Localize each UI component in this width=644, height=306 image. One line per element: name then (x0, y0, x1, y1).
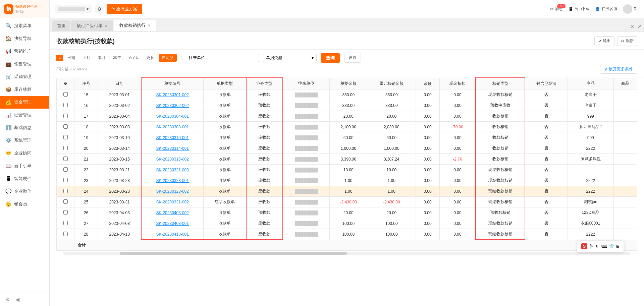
filter-toggle-button[interactable]: » (56, 55, 63, 61)
th-product2: 商品 (613, 78, 637, 89)
sidebar-item-quicknav[interactable]: 🏠 快捷导航 (0, 32, 49, 45)
sidebar-item-guide[interactable]: 📖 新手引导 (0, 160, 49, 172)
cell-checkbox[interactable] (57, 218, 74, 229)
tab-prepay[interactable]: 预付冲应付单 ✕ (71, 20, 113, 31)
sidebar-item-member[interactable]: 👑 畅会员 (0, 198, 49, 210)
prepay-tab-close-icon[interactable]: ✕ (105, 24, 108, 28)
sidebar-item-operation[interactable]: 📊 经营管理 (0, 109, 49, 121)
cell-checkbox[interactable] (57, 229, 74, 240)
cell-checkbox[interactable] (57, 175, 74, 186)
notification-badge: 99+ (557, 4, 566, 8)
cell-checkbox[interactable] (57, 186, 74, 197)
tab-close-all-icon[interactable]: ✕ (630, 23, 634, 30)
date-btn-custom[interactable]: 自定义 (159, 54, 177, 62)
sidebar-item-inventory[interactable]: 📦 库存核算 (0, 83, 49, 96)
cell-total-cancel: 100.00 (367, 218, 416, 229)
gear-button[interactable]: ⚙ (95, 4, 104, 14)
query-button[interactable]: 查询 (321, 53, 340, 63)
sidebar-item-search[interactable]: 🔍 搜索菜单 (0, 19, 49, 32)
table-row: 18 2023-03-08 SK-20230308-001 收款单 应收款 ██… (57, 122, 637, 132)
sidebar-item-enterprise[interactable]: 🤝 企业协同 (0, 147, 49, 160)
float-widget-mic-icon[interactable]: 🎙 (595, 244, 599, 249)
sidebar-item-hardware[interactable]: 📱 智能硬件 (0, 172, 49, 185)
hardware-icon: 📱 (5, 176, 11, 182)
date-btn-7days[interactable]: 近7天 (125, 54, 142, 62)
sidebar-item-wechat[interactable]: 💬 企业微信 (0, 185, 49, 198)
doc-no-link[interactable]: SK-20230331-002 (156, 200, 189, 204)
tab-home[interactable]: 首页 (52, 20, 70, 31)
tab-collection[interactable]: 收款核销执行 ✕ (114, 20, 156, 31)
doc-type-filter[interactable]: 单据类型 ▾ (263, 54, 317, 62)
cell-no: 22 (74, 165, 98, 175)
online-support-item[interactable]: 👤 在线客服 (595, 6, 618, 12)
float-widget-keyboard-icon[interactable]: ⌨ (601, 244, 607, 249)
float-widget-shirt-icon[interactable]: 👕 (609, 244, 614, 249)
doc-no-link[interactable]: SK-20230314-001 (156, 146, 189, 151)
cell-checkbox[interactable] (57, 197, 74, 207)
export-label: 导出 (603, 38, 611, 44)
sidebar-settings-icon[interactable]: ⚙ (5, 296, 10, 303)
doc-no-link[interactable]: SK-20230328-001 (156, 178, 189, 183)
cell-cash-discount: 0.00 (439, 89, 476, 100)
date-btn-this-month[interactable]: 本月 (95, 54, 109, 62)
th-settings[interactable]: ⚙ (57, 78, 74, 89)
partner-filter-group[interactable]: 往来单位 ... (186, 54, 259, 62)
table-header-row: ⚙ 序号 日期 单据编号 单据类型 业务类型 往来单位 单据金额 累计核销金额 … (57, 78, 637, 89)
cell-cash-discount: 0.00 (439, 229, 476, 240)
cell-checkbox[interactable] (57, 207, 74, 218)
doc-no-link[interactable]: SK-20230315-002 (156, 157, 189, 162)
cell-partner: ████████ (283, 143, 330, 154)
sidebar-item-system[interactable]: ⚙️ 系统管理 (0, 134, 49, 147)
sidebar-item-marketing[interactable]: 📢 营销推广 (0, 45, 49, 58)
th-date: 日期 (98, 78, 141, 89)
doc-no-link[interactable]: SK-20230328-002 (156, 189, 189, 194)
sidebar-label-system: 系统管理 (14, 137, 32, 143)
horizontal-scrollbar[interactable] (63, 252, 631, 255)
sidebar-item-basic[interactable]: ℹ️ 基础信息 (0, 121, 49, 134)
cell-checkbox[interactable] (57, 89, 74, 100)
sidebar-item-sales[interactable]: 💼 销售管理 (0, 58, 49, 70)
notification-item[interactable]: ✉ 消息 99+ (550, 6, 563, 12)
doc-no-link[interactable]: SK-20230308-001 (156, 125, 189, 129)
doc-no-link[interactable]: SK-20230301-002 (156, 93, 189, 97)
date-btn-last-month[interactable]: 上月 (79, 54, 93, 62)
table-row: 24 2023-03-28 SK-20230328-002 收款单 应收款 ██… (57, 186, 637, 197)
tab-expand-icon[interactable]: ⤢ (637, 23, 641, 30)
nav-dropdown[interactable]: ▾ (55, 5, 92, 13)
float-widget-grid-icon[interactable]: ⊞ (616, 244, 620, 249)
cell-checkbox[interactable] (57, 165, 74, 175)
table-row: 15 2023-03-01 SK-20230301-002 收款单 应收款 ██… (57, 89, 637, 100)
sidebar-item-finance[interactable]: 💰 资金管理 (0, 96, 49, 109)
doc-no-link[interactable]: SK-20230408-001 (156, 221, 189, 226)
sidebar-item-purchase[interactable]: 🛒 采购管理 (0, 70, 49, 83)
cell-balance: 0.00 (416, 197, 439, 207)
sidebar-collapse-icon[interactable]: ◀ (15, 296, 19, 303)
cell-checkbox[interactable] (57, 132, 74, 143)
table-row: 23 2023-03-28 SK-20230328-001 收款单 应收款 ██… (57, 175, 637, 186)
doc-no-link[interactable]: SK-20230418-001 (156, 232, 189, 237)
cell-checkbox[interactable] (57, 122, 74, 132)
doc-no-link[interactable]: SK-20230403-002 (156, 210, 189, 215)
app-download-item[interactable]: 📱 App下载 (568, 6, 590, 12)
expand-conditions-button[interactable]: ∨ 展开更多条件 (600, 65, 637, 74)
collection-tab-close-icon[interactable]: ✕ (148, 23, 151, 28)
doc-no-link[interactable]: SK-20230321-003 (156, 168, 189, 172)
date-btn-more[interactable]: 更多 (143, 54, 157, 62)
date-btn-this-year[interactable]: 本年 (110, 54, 124, 62)
refresh-button[interactable]: ↺ 刷新 (617, 36, 637, 46)
cell-product: 衣服00001 (568, 218, 613, 229)
industry-solution-button[interactable]: 体验行业方案 (107, 4, 142, 14)
doc-no-link[interactable]: SK-20230310-001 (156, 135, 189, 140)
cell-checkbox[interactable] (57, 154, 74, 165)
user-name-item[interactable]: Rit (623, 4, 639, 14)
cell-checkbox[interactable] (57, 100, 74, 111)
scrollbar-thumb[interactable] (120, 252, 347, 255)
cell-checkbox[interactable] (57, 143, 74, 154)
partner-filter-input[interactable] (208, 56, 248, 60)
cell-biz-type: 应收款 (246, 186, 283, 197)
settings-button[interactable]: 设置 (344, 53, 361, 63)
export-button[interactable]: ↗ 导出 (594, 36, 614, 46)
cell-checkbox[interactable] (57, 111, 74, 122)
doc-no-link[interactable]: SK-20230302-002 (156, 103, 189, 108)
doc-no-link[interactable]: SK-20230304-001 (156, 114, 189, 119)
